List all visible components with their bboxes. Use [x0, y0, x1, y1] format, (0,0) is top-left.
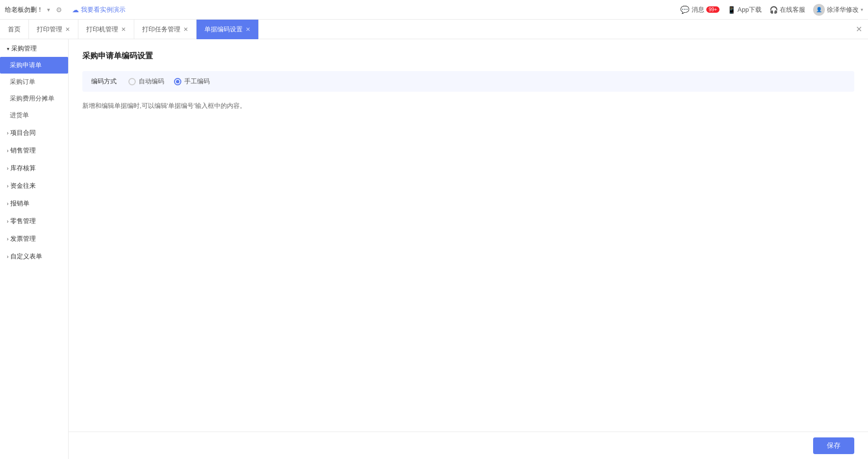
- main-layout: ▾ 采购管理 采购申请单 采购订单 采购费用分摊单 进货单 › 项目合同: [0, 39, 868, 459]
- sidebar-group-custom-form: › 自定义表单: [0, 247, 68, 265]
- message-icon: 💬: [680, 5, 690, 14]
- tab-home[interactable]: 首页: [0, 20, 29, 39]
- sidebar-group-retail-label: 零售管理: [10, 217, 36, 226]
- sidebar-item-purchase-expense-label: 采购费用分摊单: [10, 95, 54, 102]
- app-download-button[interactable]: 📱 App下载: [727, 5, 762, 14]
- user-name: 徐泽华修改: [827, 5, 859, 14]
- tab-doc-encoding-settings-label: 单据编码设置: [204, 25, 243, 34]
- sidebar-group-project-contract-arrow: ›: [7, 130, 8, 136]
- encoding-method-row: 编码方式 自动编码 手工编码: [82, 71, 854, 92]
- sidebar-group-sales-arrow: ›: [7, 148, 8, 153]
- tab-print-management[interactable]: 打印管理 ✕: [29, 20, 78, 39]
- tab-print-management-close[interactable]: ✕: [65, 26, 70, 33]
- brand-text: 给老板勿删！: [5, 5, 43, 14]
- demo-cloud-icon: ☁: [72, 6, 79, 14]
- sidebar-group-expense-title[interactable]: › 报销单: [0, 194, 68, 212]
- content-main: 采购申请单编码设置 编码方式 自动编码 手工编码 新增和编辑单据编时,可以编辑'…: [69, 39, 868, 432]
- sidebar-group-invoice-title[interactable]: › 发票管理: [0, 230, 68, 247]
- sidebar-group-retail-title[interactable]: › 零售管理: [0, 212, 68, 230]
- tab-home-label: 首页: [8, 25, 21, 34]
- manual-encoding-radio[interactable]: [174, 78, 181, 85]
- user-dropdown-icon: ▾: [861, 7, 863, 12]
- sidebar-group-sales-title[interactable]: › 销售管理: [0, 141, 68, 159]
- tab-doc-encoding-settings-close[interactable]: ✕: [246, 26, 250, 33]
- sidebar-group-purchasing: ▾ 采购管理 采购申请单 采购订单 采购费用分摊单 进货单: [0, 39, 68, 124]
- bottom-bar: 保存: [69, 432, 868, 459]
- gear-icon[interactable]: ⚙: [56, 6, 62, 14]
- sidebar-group-invoice: › 发票管理: [0, 230, 68, 247]
- sidebar-item-purchase-order-label: 采购订单: [10, 78, 35, 85]
- sidebar: ▾ 采购管理 采购申请单 采购订单 采购费用分摊单 进货单 › 项目合同: [0, 39, 69, 459]
- sidebar-item-purchase-request[interactable]: 采购申请单: [0, 57, 68, 74]
- page-title: 采购申请单编码设置: [82, 51, 854, 61]
- tab-print-task-management-label: 打印任务管理: [142, 25, 180, 34]
- sidebar-group-expense-arrow: ›: [7, 201, 8, 206]
- message-label: 消息: [692, 5, 704, 14]
- auto-encoding-label: 自动编码: [139, 77, 164, 86]
- sidebar-group-custom-form-arrow: ›: [7, 254, 8, 259]
- manual-encoding-option[interactable]: 手工编码: [174, 77, 210, 86]
- sidebar-group-inventory: › 库存核算: [0, 159, 68, 177]
- sidebar-group-capital-title[interactable]: › 资金往来: [0, 177, 68, 194]
- tab-bar: 首页 打印管理 ✕ 打印机管理 ✕ 打印任务管理 ✕ 单据编码设置 ✕ ✕: [0, 20, 868, 39]
- sidebar-group-project-contract-title[interactable]: › 项目合同: [0, 124, 68, 141]
- tab-printer-management-label: 打印机管理: [86, 25, 118, 34]
- tab-print-management-label: 打印管理: [37, 25, 62, 34]
- sidebar-group-custom-form-title[interactable]: › 自定义表单: [0, 247, 68, 265]
- phone-icon: 📱: [727, 6, 736, 14]
- window-close-button[interactable]: ✕: [850, 25, 868, 34]
- hint-text: 新增和编辑单据编时,可以编辑'单据编号'输入框中的内容。: [82, 102, 854, 110]
- sidebar-item-stock-in[interactable]: 进货单: [0, 107, 68, 124]
- save-button[interactable]: 保存: [813, 437, 854, 454]
- sidebar-group-retail-arrow: ›: [7, 219, 8, 224]
- auto-encoding-option[interactable]: 自动编码: [128, 77, 164, 86]
- top-bar: 给老板勿删！ ▾ ⚙ ☁ 我要看实例演示 💬 消息 99+ 📱 App下载 🎧 …: [0, 0, 868, 20]
- sidebar-group-invoice-arrow: ›: [7, 236, 8, 242]
- tab-printer-management[interactable]: 打印机管理 ✕: [78, 20, 134, 39]
- message-button[interactable]: 💬 消息 99+: [680, 5, 719, 14]
- sidebar-group-purchasing-arrow: ▾: [7, 46, 9, 51]
- encoding-radio-group: 自动编码 手工编码: [128, 77, 210, 86]
- top-bar-left: 给老板勿删！ ▾ ⚙ ☁ 我要看实例演示: [5, 5, 125, 14]
- headset-icon: 🎧: [769, 6, 778, 14]
- tab-print-task-management[interactable]: 打印任务管理 ✕: [134, 20, 197, 39]
- sidebar-group-capital-arrow: ›: [7, 183, 8, 189]
- online-support-button[interactable]: 🎧 在线客服: [769, 5, 805, 14]
- sidebar-group-inventory-label: 库存核算: [10, 164, 36, 173]
- sidebar-group-invoice-label: 发票管理: [10, 234, 36, 243]
- dropdown-arrow-icon[interactable]: ▾: [47, 6, 50, 13]
- content-area: 采购申请单编码设置 编码方式 自动编码 手工编码 新增和编辑单据编时,可以编辑'…: [69, 39, 868, 459]
- tab-doc-encoding-settings[interactable]: 单据编码设置 ✕: [197, 20, 259, 39]
- message-badge: 99+: [706, 6, 719, 13]
- app-download-label: App下载: [738, 5, 762, 14]
- sidebar-group-capital-label: 资金往来: [10, 181, 36, 190]
- sidebar-group-custom-form-label: 自定义表单: [10, 252, 42, 261]
- sidebar-group-project-contract: › 项目合同: [0, 124, 68, 141]
- sidebar-group-inventory-arrow: ›: [7, 166, 8, 171]
- user-menu[interactable]: 👤 徐泽华修改 ▾: [813, 4, 863, 16]
- sidebar-group-inventory-title[interactable]: › 库存核算: [0, 159, 68, 177]
- manual-encoding-label: 手工编码: [184, 77, 210, 86]
- sidebar-group-sales-label: 销售管理: [10, 146, 36, 155]
- sidebar-group-project-contract-label: 项目合同: [10, 128, 36, 137]
- sidebar-group-sales: › 销售管理: [0, 141, 68, 159]
- sidebar-item-stock-in-label: 进货单: [10, 111, 29, 119]
- sidebar-group-capital: › 资金往来: [0, 177, 68, 194]
- encoding-method-label: 编码方式: [91, 77, 117, 86]
- top-bar-right: 💬 消息 99+ 📱 App下载 🎧 在线客服 👤 徐泽华修改 ▾: [680, 4, 863, 16]
- sidebar-group-purchasing-label: 采购管理: [11, 44, 37, 53]
- sidebar-item-purchase-expense[interactable]: 采购费用分摊单: [0, 90, 68, 107]
- demo-link[interactable]: ☁ 我要看实例演示: [72, 5, 125, 14]
- sidebar-group-retail: › 零售管理: [0, 212, 68, 230]
- sidebar-group-expense: › 报销单: [0, 194, 68, 212]
- auto-encoding-radio[interactable]: [128, 78, 136, 85]
- online-support-label: 在线客服: [780, 5, 805, 14]
- sidebar-item-purchase-request-label: 采购申请单: [10, 61, 42, 69]
- tab-print-task-management-close[interactable]: ✕: [183, 26, 188, 33]
- sidebar-item-purchase-order[interactable]: 采购订单: [0, 74, 68, 90]
- sidebar-group-expense-label: 报销单: [10, 199, 29, 208]
- demo-text: 我要看实例演示: [81, 5, 125, 14]
- tab-printer-management-close[interactable]: ✕: [121, 26, 126, 33]
- sidebar-group-purchasing-title[interactable]: ▾ 采购管理: [0, 39, 68, 57]
- avatar: 👤: [813, 4, 825, 16]
